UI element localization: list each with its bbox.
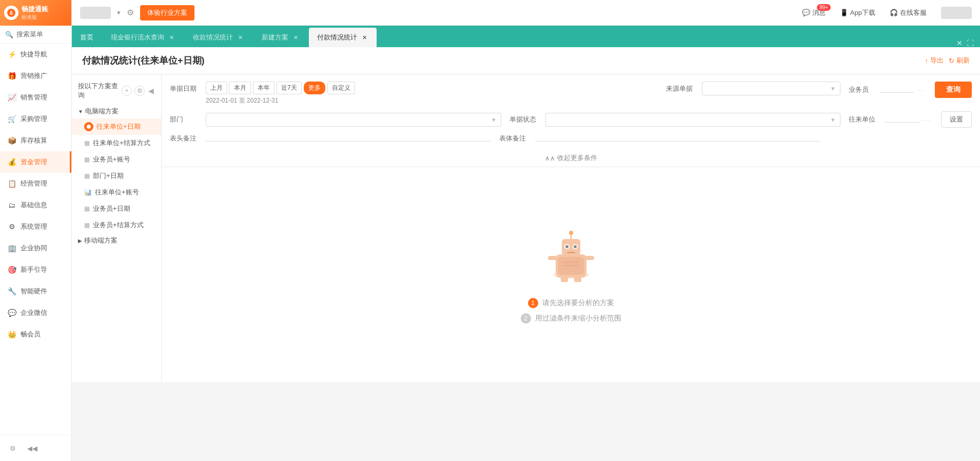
sidebar-item-funds[interactable]: 💰 资金管理 (0, 151, 71, 173)
tab-receipt-stats[interactable]: 收款情况统计 ✕ (185, 28, 252, 47)
topbar-gear-icon[interactable]: ⚙ (127, 8, 134, 17)
sidebar-item-purchase[interactable]: 🛒 采购管理 (0, 108, 71, 130)
collapse-btn[interactable]: ∧∧ 收起更多条件 (545, 153, 597, 163)
staff-input-area[interactable] (879, 87, 914, 93)
scheme-group-mobile-header[interactable]: ▶ 移动端方案 (72, 233, 161, 248)
page-header: 付款情况统计(往来单位+日期) ↑ 导出 ↻ 刷新 (72, 47, 980, 74)
bank-flow-close-icon[interactable]: ✕ (167, 33, 175, 42)
scheme-panel: 按以下方案查询 + ⚙ ◀ ▼ 电脑端方案 (72, 74, 162, 382)
sidebar-brand-sub: 标准版 (22, 14, 48, 21)
svg-rect-16 (561, 276, 568, 282)
scheme-settings-icon[interactable]: ⚙ (134, 86, 145, 96)
scheme-group-pc-header[interactable]: ▼ 电脑端方案 (72, 104, 161, 118)
trial-btn[interactable]: 体验行业方案 (140, 5, 194, 21)
date-custom-btn[interactable]: 自定义 (327, 82, 355, 94)
scheme-item-label: 往来单位+日期 (96, 122, 141, 131)
sidebar-item-inventory[interactable]: 📦 库存核算 (0, 130, 71, 151)
add-scheme-icon[interactable]: + (122, 86, 132, 96)
new-scheme-close-icon[interactable]: ✕ (291, 33, 300, 42)
marketing-icon: 🎁 (7, 71, 16, 81)
sidebar-item-label: 销售管理 (21, 93, 47, 102)
staff-more-icon[interactable]: ··· (916, 86, 925, 94)
bank-flow-tab-label: 现金银行流水查询 (111, 33, 164, 42)
topbar-chevron-icon[interactable]: ▾ (117, 9, 121, 16)
sidebar-item-label: 系统管理 (21, 222, 47, 231)
staff-account-icon: ▦ (84, 156, 90, 163)
date-last-7-btn[interactable]: 近7天 (277, 82, 302, 94)
collapse-panel-icon[interactable]: ◀ (147, 86, 155, 96)
body-note-input[interactable] (535, 136, 820, 142)
scheme-item-partner-settle[interactable]: ▦ 往来单位+结算方式 (72, 135, 161, 151)
app-label: App下载 (850, 8, 875, 17)
online-service-btn[interactable]: 🎧 在线客服 (890, 8, 927, 17)
sidebar-item-quick-nav[interactable]: ⚡ 快捷导航 (0, 44, 71, 65)
svg-rect-11 (567, 252, 575, 253)
dept-select[interactable]: ▾ (206, 113, 501, 127)
header-note-label: 表头备注 (170, 134, 206, 143)
page-actions: ↑ 导出 ↻ 刷新 (925, 56, 970, 65)
scheme-item-dept-date[interactable]: ▦ 部门+日期 (72, 168, 161, 184)
tab-payment-stats[interactable]: 付款情况统计 ✕ (309, 28, 377, 47)
empty-tip-2: 2 用过滤条件来缩小分析范围 (521, 313, 621, 324)
sidebar-item-label: 畅会员 (21, 330, 41, 339)
date-last-month-btn[interactable]: 上月 (206, 82, 227, 94)
filter-row-2: 部门 ▾ 单据状态 ▾ (170, 111, 972, 128)
date-this-month-btn[interactable]: 本月 (229, 82, 251, 94)
export-btn[interactable]: ↑ 导出 (925, 56, 944, 65)
search-icon: 🔍 (5, 31, 13, 38)
partner-settle-icon: ▦ (84, 139, 90, 147)
sidebar-item-guide[interactable]: 🎯 新手引导 (0, 259, 71, 280)
scheme-item-staff-settle[interactable]: ▦ 业务员+结算方式 (72, 217, 161, 233)
tab-bank-flow[interactable]: 现金银行流水查询 ✕ (103, 28, 184, 47)
sidebar-item-label: 企业微信 (21, 308, 47, 317)
query-btn[interactable]: 查询 (935, 82, 972, 98)
sidebar-item-sales[interactable]: 📈 销售管理 (0, 87, 71, 108)
sidebar-item-enterprise[interactable]: 🏢 企业协同 (0, 237, 71, 259)
sidebar-item-operations[interactable]: 📋 经营管理 (0, 173, 71, 194)
doc-status-label: 单据状态 (509, 115, 545, 124)
sidebar-item-system[interactable]: ⚙ 系统管理 (0, 216, 71, 237)
partner-more-icon[interactable]: ··· (922, 116, 931, 124)
sidebar-item-weixin[interactable]: 💬 企业微信 (0, 302, 71, 324)
scheme-item-partner-date[interactable]: 往来单位+日期 (72, 118, 161, 135)
sidebar-search-label: 搜索菜单 (16, 30, 43, 39)
scheme-item-staff-date[interactable]: ▦ 业务员+日期 (72, 201, 161, 217)
sidebar-item-basic-info[interactable]: 🗂 基础信息 (0, 194, 71, 216)
payment-stats-tab-label: 付款情况统计 (317, 33, 357, 42)
close-all-tabs-icon[interactable]: ✕ (956, 39, 963, 47)
refresh-label: 刷新 (956, 56, 970, 65)
date-more-btn[interactable]: 更多 (304, 82, 325, 94)
doc-status-select[interactable]: ▾ (545, 113, 841, 127)
dept-label: 部门 (170, 115, 206, 124)
tab-new-scheme[interactable]: 新建方案 ✕ (253, 28, 308, 47)
pc-scheme-label: 电脑端方案 (85, 107, 119, 116)
sidebar-item-member[interactable]: 👑 畅会员 (0, 324, 71, 345)
sidebar-search[interactable]: 🔍 搜索菜单 (0, 26, 71, 44)
sidebar-bottom: ⚙ ◀◀ (0, 435, 71, 461)
refresh-btn[interactable]: ↻ 刷新 (949, 56, 970, 65)
sales-icon: 📈 (7, 93, 16, 102)
scheme-item-label: 业务员+账号 (93, 155, 130, 164)
maximize-icon[interactable]: ⛶ (967, 39, 974, 47)
sidebar-item-hardware[interactable]: 🔧 智能硬件 (0, 280, 71, 302)
message-badge: 99+ (817, 4, 831, 11)
payment-stats-close-icon[interactable]: ✕ (360, 33, 368, 42)
tab-home[interactable]: 首页 (72, 28, 102, 47)
source-doc-select[interactable]: ▾ (702, 82, 840, 95)
header-note-input[interactable] (206, 136, 491, 142)
collapse-up-icon: ∧∧ (545, 154, 555, 162)
app-download-btn[interactable]: 📱 App下载 (840, 8, 875, 17)
svg-rect-17 (574, 276, 581, 282)
receipt-stats-close-icon[interactable]: ✕ (236, 33, 244, 42)
member-icon: 👑 (7, 330, 16, 339)
scheme-item-partner-account[interactable]: 📊 往来单位+账号 (72, 184, 161, 201)
sidebar-item-marketing[interactable]: 🎁 营销推广 (0, 65, 71, 87)
settings-bottom-btn[interactable]: ⚙ (5, 440, 21, 456)
main-area: ▾ ⚙ 体验行业方案 💬 消息 99+ 📱 App下载 🎧 在线客服 首页 现金… (72, 0, 980, 461)
message-btn[interactable]: 💬 消息 99+ (802, 8, 826, 17)
collapse-sidebar-btn[interactable]: ◀◀ (25, 440, 40, 456)
scheme-item-staff-account[interactable]: ▦ 业务员+账号 (72, 151, 161, 168)
setting-btn[interactable]: 设置 (941, 111, 972, 128)
date-this-year-btn[interactable]: 本年 (253, 82, 275, 94)
sidebar-logo: 6 (4, 6, 18, 20)
